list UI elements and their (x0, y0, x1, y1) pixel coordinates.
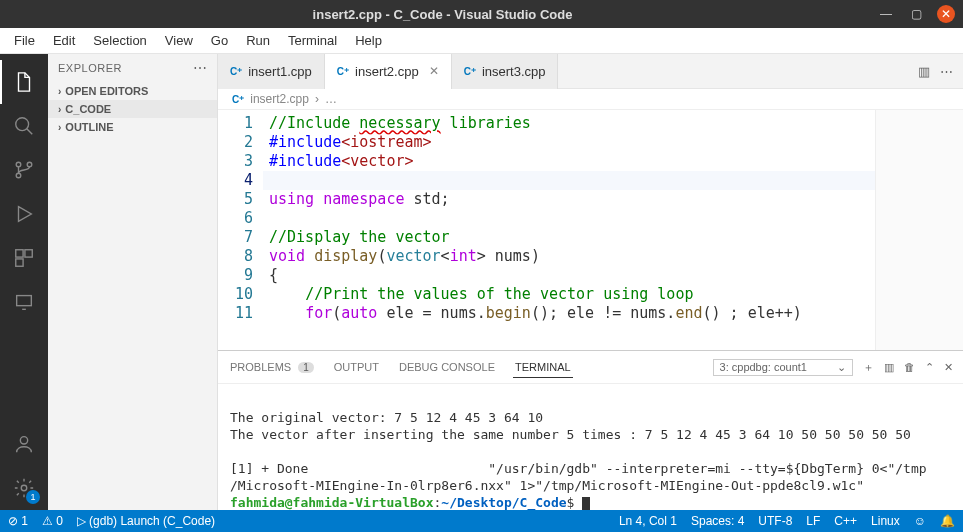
terminal-prompt-user: fahmida@fahmida-VirtualBox (230, 495, 434, 510)
split-terminal-icon[interactable]: ▥ (884, 361, 894, 374)
status-spaces[interactable]: Spaces: 4 (691, 514, 744, 528)
cpp-file-icon: C⁺ (232, 94, 244, 105)
sidebar-section-label: OPEN EDITORS (65, 85, 148, 97)
chevron-right-icon: › (315, 92, 319, 106)
editor-more-icon[interactable]: ⋯ (940, 64, 953, 79)
svg-point-3 (16, 173, 21, 178)
terminal-cursor (582, 497, 590, 511)
menu-edit[interactable]: Edit (45, 31, 83, 50)
cpp-file-icon: C⁺ (464, 66, 476, 77)
activity-settings[interactable]: 1 (0, 466, 48, 510)
problems-badge: 1 (298, 362, 314, 373)
svg-rect-6 (16, 250, 23, 257)
tab-close-icon[interactable]: ✕ (429, 64, 439, 78)
minimize-button[interactable]: — (877, 5, 895, 23)
remote-icon (13, 291, 35, 313)
maximize-button[interactable]: ▢ (907, 5, 925, 23)
panel-tab-output[interactable]: OUTPUT (332, 357, 381, 377)
menu-help[interactable]: Help (347, 31, 390, 50)
status-bell-icon[interactable]: 🔔 (940, 514, 955, 528)
panel-tab-terminal[interactable]: TERMINAL (513, 357, 573, 378)
sidebar-section-outline[interactable]: › OUTLINE (48, 118, 217, 136)
search-icon (13, 115, 35, 137)
maximize-panel-icon[interactable]: ⌃ (925, 361, 934, 374)
menu-run[interactable]: Run (238, 31, 278, 50)
close-button[interactable]: ✕ (937, 5, 955, 23)
sidebar-section-workspace[interactable]: › C_CODE (48, 100, 217, 118)
sidebar-more-icon[interactable]: ⋯ (193, 60, 208, 76)
close-panel-icon[interactable]: ✕ (944, 361, 953, 374)
breadcrumb-more: … (325, 92, 337, 106)
settings-badge: 1 (26, 490, 40, 504)
status-bar: ⊘ 1 ⚠ 0 ▷ (gdb) Launch (C_Code) Ln 4, Co… (0, 510, 963, 532)
status-errors[interactable]: ⊘ 1 (8, 514, 28, 528)
new-terminal-icon[interactable]: ＋ (863, 360, 874, 375)
chevron-right-icon: › (58, 86, 61, 97)
terminal-select-value: 3: cppdbg: count1 (720, 361, 807, 373)
files-icon (13, 71, 35, 93)
tab-label: insert3.cpp (482, 64, 546, 79)
svg-point-4 (27, 162, 32, 167)
minimap[interactable] (875, 110, 963, 350)
status-feedback-icon[interactable]: ☺ (914, 514, 926, 528)
sidebar-section-label: OUTLINE (65, 121, 113, 133)
status-warnings[interactable]: ⚠ 0 (42, 514, 63, 528)
code-editor[interactable]: 1234567891011 //Include necessary librar… (218, 110, 963, 350)
sidebar-title: EXPLORER (58, 62, 122, 74)
terminal-content[interactable]: The original vector: 7 5 12 4 45 3 64 10… (218, 384, 963, 510)
sidebar-header: EXPLORER ⋯ (48, 54, 217, 82)
terminal-line: [1] + Done "/usr/bin/gdb" --interpreter=… (230, 461, 927, 476)
tab-insert3[interactable]: C⁺ insert3.cpp (452, 54, 559, 89)
activity-source-control[interactable] (0, 148, 48, 192)
chevron-down-icon: ⌄ (837, 361, 846, 374)
status-launch[interactable]: ▷ (gdb) Launch (C_Code) (77, 514, 215, 528)
panel-tab-debug[interactable]: DEBUG CONSOLE (397, 357, 497, 377)
terminal-line: /Microsoft-MIEngine-In-0lrp8er6.nxx" 1>"… (230, 478, 864, 493)
menu-terminal[interactable]: Terminal (280, 31, 345, 50)
activity-search[interactable] (0, 104, 48, 148)
svg-marker-5 (19, 207, 32, 222)
menubar: File Edit Selection View Go Run Terminal… (0, 28, 963, 54)
sidebar-section-open-editors[interactable]: › OPEN EDITORS (48, 82, 217, 100)
chevron-right-icon: › (58, 122, 61, 133)
menu-selection[interactable]: Selection (85, 31, 154, 50)
svg-rect-9 (17, 296, 32, 306)
svg-point-11 (21, 485, 27, 491)
activity-bar: 1 (0, 54, 48, 510)
tab-insert1[interactable]: C⁺ insert1.cpp (218, 54, 325, 89)
tab-label: insert2.cpp (355, 64, 419, 79)
panel-tab-problems[interactable]: PROBLEMS 1 (228, 357, 316, 377)
status-lncol[interactable]: Ln 4, Col 1 (619, 514, 677, 528)
tab-insert2[interactable]: C⁺ insert2.cpp ✕ (325, 54, 452, 89)
activity-run-debug[interactable] (0, 192, 48, 236)
status-eol[interactable]: LF (806, 514, 820, 528)
sidebar-section-label: C_CODE (65, 103, 111, 115)
terminal-select[interactable]: 3: cppdbg: count1 ⌄ (713, 359, 853, 376)
status-os[interactable]: Linux (871, 514, 900, 528)
menu-go[interactable]: Go (203, 31, 236, 50)
kill-terminal-icon[interactable]: 🗑 (904, 361, 915, 373)
status-lang[interactable]: C++ (834, 514, 857, 528)
play-icon (13, 203, 35, 225)
svg-point-0 (16, 118, 29, 131)
breadcrumbs[interactable]: C⁺ insert2.cpp › … (218, 89, 963, 110)
window-title: insert2.cpp - C_Code - Visual Studio Cod… (8, 7, 877, 22)
code-content[interactable]: //Include necessary libraries #include<i… (263, 110, 875, 350)
svg-line-1 (27, 129, 33, 135)
menu-file[interactable]: File (6, 31, 43, 50)
cpp-file-icon: C⁺ (230, 66, 242, 77)
svg-rect-7 (25, 250, 32, 257)
menu-view[interactable]: View (157, 31, 201, 50)
activity-remote[interactable] (0, 280, 48, 324)
extensions-icon (13, 247, 35, 269)
terminal-prompt-path: ~/Desktop/C_Code (441, 495, 566, 510)
split-editor-icon[interactable]: ▥ (918, 64, 930, 79)
status-encoding[interactable]: UTF-8 (758, 514, 792, 528)
chevron-right-icon: › (58, 104, 61, 115)
activity-explorer[interactable] (0, 60, 48, 104)
window-controls: — ▢ ✕ (877, 5, 955, 23)
branch-icon (13, 159, 35, 181)
activity-extensions[interactable] (0, 236, 48, 280)
activity-accounts[interactable] (0, 422, 48, 466)
sidebar-explorer: EXPLORER ⋯ › OPEN EDITORS › C_CODE › OUT… (48, 54, 218, 510)
